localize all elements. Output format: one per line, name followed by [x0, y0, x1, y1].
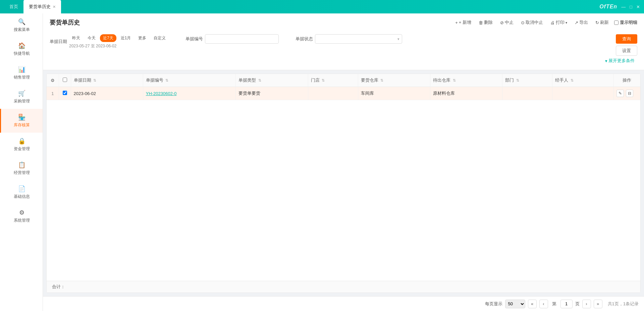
- sidebar-item-inventory-label: 库存核算: [14, 122, 30, 128]
- expand-more-area: ▾ 展开更多条件: [50, 56, 637, 66]
- col-department[interactable]: 部门 ⇅: [502, 74, 552, 87]
- cell-department: [502, 87, 552, 100]
- select-all-checkbox[interactable]: [63, 78, 67, 82]
- expand-icon: ▾: [605, 58, 607, 63]
- date-filter-label: 单据日期: [50, 39, 67, 45]
- expand-more-button[interactable]: ▾ 展开更多条件: [602, 57, 637, 64]
- page-num-input[interactable]: [560, 300, 573, 308]
- col-doc-type[interactable]: 单据类型 ⇅: [236, 74, 308, 87]
- doc-status-input[interactable]: [315, 34, 402, 44]
- export-button[interactable]: ↗ 导出: [573, 18, 590, 27]
- delete-icon: 🗑: [479, 20, 483, 25]
- tab-requisition-label: 要货单历史: [29, 4, 51, 10]
- doc-num-filter-group: 单据编号: [185, 34, 279, 44]
- print-dropdown-icon: ▾: [566, 21, 567, 25]
- col-checkbox: [59, 74, 71, 87]
- page-size-select[interactable]: 20 50 100: [505, 300, 525, 308]
- col-doc-num[interactable]: 单据编号 ⇅: [143, 74, 236, 87]
- table-container: ⚙ 单据日期 ⇅ 单据编号 ⇅ 单据类型 ⇅: [46, 74, 641, 293]
- sidebar-item-system-mgmt-label: 系统管理: [14, 218, 30, 223]
- sidebar-item-purchase-label: 采购管理: [14, 98, 30, 104]
- show-detail-checkbox[interactable]: [614, 20, 619, 25]
- page-next-btn[interactable]: ›: [582, 300, 591, 308]
- col-settings[interactable]: ⚙: [47, 74, 59, 87]
- sidebar-item-inventory[interactable]: 🏪 库存核算: [0, 109, 43, 133]
- inventory-icon: 🏪: [18, 114, 25, 121]
- tab-close-icon[interactable]: ✕: [53, 5, 56, 9]
- pagination-summary: 共1页，1条记录: [608, 301, 639, 307]
- sidebar-item-system-mgmt[interactable]: ⚙ 系统管理: [0, 204, 43, 228]
- date-btn-more[interactable]: 更多: [135, 34, 149, 42]
- cell-doc-type: 要货单要货: [236, 87, 308, 100]
- sidebar-item-quick-nav[interactable]: 🏠 快捷导航: [0, 37, 43, 61]
- top-bar-right: OfTEn — □ ✕: [599, 4, 640, 10]
- tab-home[interactable]: 首页: [4, 0, 23, 13]
- date-btn-7days[interactable]: 近7天: [100, 34, 116, 42]
- sort-doc-date-icon: ⇅: [93, 78, 96, 82]
- sort-doc-num-icon: ⇅: [165, 78, 168, 82]
- page-prev-btn[interactable]: ‹: [539, 300, 548, 308]
- date-filter-buttons: 昨天 今天 近7天 近1月 更多 自定义: [69, 34, 169, 42]
- refresh-label: 刷新: [600, 19, 609, 26]
- show-detail-label: 显示明细: [620, 19, 637, 26]
- sidebar-item-sales-mgmt[interactable]: 📊 销售管理: [0, 61, 43, 85]
- system-mgmt-icon: ⚙: [19, 209, 24, 216]
- page-title: 要货单历史: [50, 18, 80, 27]
- basic-info-icon: 📄: [18, 185, 25, 192]
- row-delete-btn[interactable]: ⊟: [626, 90, 633, 97]
- stop-icon: ⊘: [500, 20, 504, 25]
- window-maximize-btn[interactable]: □: [630, 4, 632, 9]
- sidebar: 🔍 搜索菜单 🏠 快捷导航 📊 销售管理 🛒 采购管理 🏪 库存核算 🔒 资金管…: [0, 13, 43, 311]
- refresh-button[interactable]: ↻ 刷新: [593, 18, 611, 27]
- row-checkbox[interactable]: [63, 91, 67, 95]
- table-row: 1 2023-06-02 YH-20230602-0 要货单要货 车间库 原材料…: [47, 87, 640, 100]
- sidebar-item-search-menu[interactable]: 🔍 搜索菜单: [0, 13, 43, 37]
- purchase-icon: 🛒: [18, 90, 25, 97]
- sidebar-item-operations-mgmt[interactable]: 📋 经营管理: [0, 157, 43, 180]
- print-label: 打印: [556, 19, 565, 26]
- sort-doc-type-icon: ⇅: [258, 78, 261, 82]
- cancel-stop-button[interactable]: ⊙ 取消中止: [519, 18, 545, 27]
- col-doc-date[interactable]: 单据日期 ⇅: [71, 74, 143, 87]
- sidebar-item-basic-info[interactable]: 📄 基础信息: [0, 180, 43, 204]
- date-btn-1month[interactable]: 近1月: [118, 34, 134, 42]
- date-range-display: 2023-05-27 至 2023-06-02: [69, 43, 169, 49]
- window-close-btn[interactable]: ✕: [636, 4, 640, 9]
- cell-doc-date: 2023-06-02: [71, 87, 143, 100]
- doc-status-filter-group: 单据状态 ▾: [296, 34, 402, 44]
- col-req-warehouse[interactable]: 要货仓库 ⇅: [358, 74, 430, 87]
- add-button[interactable]: + + 新增: [453, 18, 473, 27]
- col-store[interactable]: 门店 ⇅: [308, 74, 358, 87]
- page-first-btn[interactable]: «: [528, 300, 537, 308]
- date-btn-custom[interactable]: 自定义: [151, 34, 169, 42]
- query-button[interactable]: 查询: [616, 34, 637, 44]
- delete-button[interactable]: 🗑 删除: [477, 18, 495, 27]
- footer-summary-label: 合计：: [52, 284, 65, 289]
- cell-doc-num: YH-20230602-0: [143, 87, 236, 100]
- date-btn-today[interactable]: 今天: [85, 34, 99, 42]
- doc-num-filter-label: 单据编号: [185, 36, 203, 42]
- doc-num-link[interactable]: YH-20230602-0: [146, 91, 177, 96]
- window-minimize-btn[interactable]: —: [621, 4, 626, 9]
- show-detail-group: 显示明细: [614, 19, 637, 26]
- settings-button[interactable]: 设置: [616, 46, 637, 56]
- row-edit-btn[interactable]: ✎: [616, 90, 624, 97]
- doc-num-input[interactable]: [205, 34, 279, 44]
- page-num-label: 第: [552, 301, 556, 307]
- sidebar-item-finance-mgmt[interactable]: 🔒 资金管理: [0, 133, 43, 157]
- cell-operation: ✎ ⊟: [613, 87, 640, 100]
- date-btn-yesterday[interactable]: 昨天: [69, 34, 83, 42]
- print-button[interactable]: 🖨 打印 ▾: [548, 18, 569, 27]
- col-pending-warehouse[interactable]: 待出仓库 ⇅: [430, 74, 502, 87]
- stop-button[interactable]: ⊘ 中止: [498, 18, 516, 27]
- finance-icon: 🔒: [18, 137, 25, 145]
- sidebar-item-purchase-mgmt[interactable]: 🛒 采购管理: [0, 85, 43, 109]
- col-handler[interactable]: 经手人 ⇅: [552, 74, 613, 87]
- sidebar-item-finance-label: 资金管理: [14, 146, 30, 152]
- page-last-btn[interactable]: »: [594, 300, 602, 308]
- table-empty-space: [47, 100, 640, 281]
- row-op-btns: ✎ ⊟: [616, 90, 638, 97]
- tab-requisition-history[interactable]: 要货单历史 ✕: [23, 0, 61, 13]
- page-header-top: 要货单历史 + + 新增 🗑 删除 ⊘ 中止: [50, 18, 637, 27]
- table-footer: 合计：: [47, 281, 640, 293]
